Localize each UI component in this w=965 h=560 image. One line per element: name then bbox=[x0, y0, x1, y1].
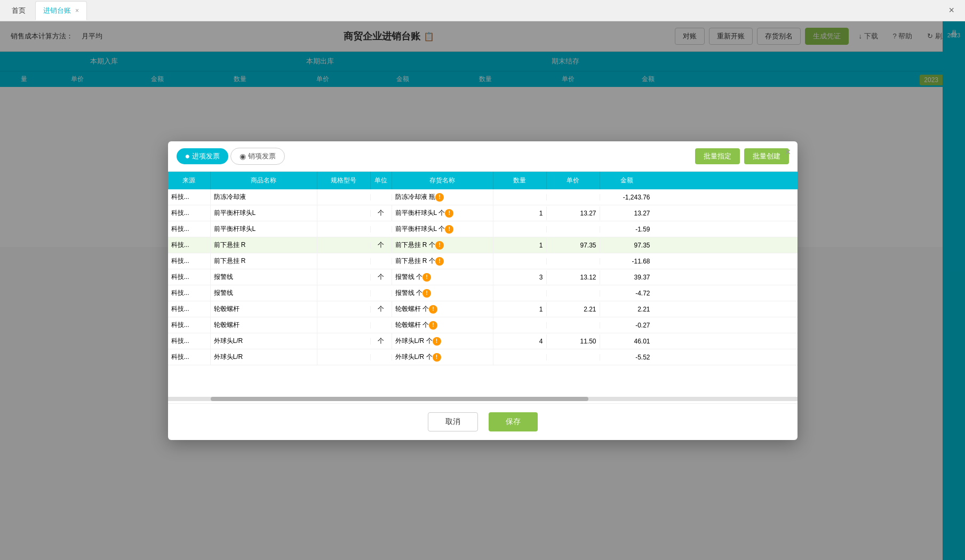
table-cell: -5.52 bbox=[600, 350, 653, 364]
table-cell: 轮毂螺杆 个! bbox=[392, 317, 493, 333]
save-button[interactable]: 保存 bbox=[489, 412, 538, 431]
warning-icon: ! bbox=[422, 273, 431, 282]
table-row[interactable]: 科技...外球头L/R外球头L/R 个!-5.52 bbox=[168, 349, 797, 365]
table-cell: 科技... bbox=[168, 253, 211, 269]
table-cell bbox=[371, 290, 392, 297]
table-cell: 13.27 bbox=[547, 206, 600, 220]
scrollbar-thumb[interactable] bbox=[211, 397, 588, 401]
table-cell bbox=[547, 290, 600, 297]
tab-active-label: 进销台账 bbox=[43, 6, 71, 15]
th-quantity: 数量 bbox=[493, 172, 547, 189]
table-cell: 科技... bbox=[168, 189, 211, 205]
cancel-button[interactable]: 取消 bbox=[428, 412, 478, 431]
table-cell: 4 bbox=[493, 334, 547, 348]
table-cell: 前下悬挂 R 个! bbox=[392, 237, 493, 253]
warning-icon: ! bbox=[429, 305, 437, 314]
th-source: 来源 bbox=[168, 172, 211, 189]
table-cell: 轮毂螺杆 bbox=[211, 301, 317, 317]
table-cell: 报警线 bbox=[211, 269, 317, 285]
table-cell bbox=[493, 226, 547, 233]
modal-footer: 取消 保存 bbox=[168, 403, 797, 440]
table-cell bbox=[371, 226, 392, 233]
table-cell: 2.21 bbox=[547, 302, 600, 316]
table-cell: -1.59 bbox=[600, 222, 653, 236]
modal-header-buttons: 批量指定 批量创建 bbox=[695, 148, 789, 164]
table-cell: 前下悬挂 R bbox=[211, 237, 317, 253]
table-cell: 科技... bbox=[168, 333, 211, 349]
th-stock-name: 存货名称 bbox=[392, 172, 493, 189]
modal-close-button[interactable]: × bbox=[785, 147, 791, 158]
table-row[interactable]: 科技...轮毂螺杆轮毂螺杆 个!-0.27 bbox=[168, 317, 797, 333]
table-row[interactable]: 科技...前平衡杆球头L前平衡杆球头L 个!-1.59 bbox=[168, 221, 797, 237]
table-cell bbox=[493, 322, 547, 329]
table-cell bbox=[547, 258, 600, 265]
table-cell bbox=[547, 322, 600, 329]
table-cell: 11.50 bbox=[547, 334, 600, 348]
th-price: 单价 bbox=[547, 172, 600, 189]
horizontal-scrollbar[interactable] bbox=[168, 397, 797, 401]
table-cell: 个 bbox=[371, 333, 392, 349]
table-row[interactable]: 科技...防冻冷却液防冻冷却液 瓶!-1,243.76 bbox=[168, 189, 797, 205]
warning-icon: ! bbox=[445, 225, 453, 234]
pizhi-zhiding-button[interactable]: 批量指定 bbox=[695, 148, 740, 164]
table-cell bbox=[371, 354, 392, 361]
top-bar: 首页 进销台账 × × bbox=[0, 0, 965, 21]
tab-close-icon[interactable]: × bbox=[75, 7, 79, 14]
table-cell: 13.12 bbox=[547, 270, 600, 284]
table-row[interactable]: 科技...报警线个报警线 个!313.1239.37 bbox=[168, 269, 797, 285]
table-cell bbox=[371, 322, 392, 329]
xiaoxiang-icon: ◉ bbox=[240, 152, 246, 161]
table-cell: 轮毂螺杆 bbox=[211, 317, 317, 333]
table-cell: 前下悬挂 R bbox=[211, 253, 317, 269]
warning-icon: ! bbox=[445, 209, 453, 218]
table-row[interactable]: 科技...报警线报警线 个!-4.72 bbox=[168, 285, 797, 301]
tab-jinxiang-fapiao[interactable]: ● 进项发票 bbox=[177, 148, 229, 164]
table-cell: 科技... bbox=[168, 221, 211, 237]
table-cell: 轮毂螺杆 个! bbox=[392, 301, 493, 317]
warning-icon: ! bbox=[433, 353, 441, 362]
table-cell: 科技... bbox=[168, 317, 211, 333]
table-row[interactable]: 科技...前平衡杆球头L个前平衡杆球头L 个!113.2713.27 bbox=[168, 205, 797, 221]
warning-icon: ! bbox=[429, 321, 437, 330]
table-cell: 97.35 bbox=[547, 238, 600, 252]
table-cell: 39.37 bbox=[600, 270, 653, 284]
table-row[interactable]: 科技...外球头L/R个外球头L/R 个!411.5046.01 bbox=[168, 333, 797, 349]
table-row[interactable]: 科技...前下悬挂 R前下悬挂 R 个!-11.68 bbox=[168, 253, 797, 269]
window-close-button[interactable]: × bbox=[942, 5, 961, 16]
table-cell: 科技... bbox=[168, 349, 211, 365]
tab-xiaoxiang-label: 销项发票 bbox=[248, 151, 276, 161]
table-cell bbox=[317, 258, 371, 265]
table-cell: 科技... bbox=[168, 301, 211, 317]
table-cell: -0.27 bbox=[600, 318, 653, 332]
table-cell: 个 bbox=[371, 237, 392, 253]
table-cell: 前平衡杆球头L 个! bbox=[392, 221, 493, 237]
tab-home[interactable]: 首页 bbox=[4, 2, 33, 20]
table-cell: 前下悬挂 R 个! bbox=[392, 253, 493, 269]
page-background: 销售成本计算方法： 月平均 商贸企业进销台账 📋 对账 重新开账 存货别名 生成… bbox=[0, 21, 965, 560]
modal-overlay: ● 进项发票 ◉ 销项发票 批量指定 批量创建 × 来源 商品名称 规格 bbox=[0, 21, 965, 560]
table-row[interactable]: 科技...前下悬挂 R个前下悬挂 R 个!197.3597.35 bbox=[168, 237, 797, 253]
table-cell: 1 bbox=[493, 238, 547, 252]
jinxiang-icon: ● bbox=[185, 151, 190, 161]
modal-table-header: 来源 商品名称 规格型号 单位 存货名称 数量 单价 金额 bbox=[168, 172, 797, 189]
table-row[interactable]: 科技...轮毂螺杆个轮毂螺杆 个!12.212.21 bbox=[168, 301, 797, 317]
table-cell: 防冻冷却液 瓶! bbox=[392, 189, 493, 205]
table-cell: 科技... bbox=[168, 285, 211, 301]
warning-icon: ! bbox=[435, 257, 444, 266]
table-cell bbox=[317, 210, 371, 217]
tab-xiaoxiang-fapiao[interactable]: ◉ 销项发票 bbox=[230, 148, 285, 165]
table-cell: 个 bbox=[371, 301, 392, 317]
tab-active[interactable]: 进销台账 × bbox=[35, 1, 87, 20]
warning-icon: ! bbox=[435, 241, 444, 250]
table-cell bbox=[493, 354, 547, 361]
warning-icon: ! bbox=[422, 289, 431, 298]
pizhi-chuangjian-button[interactable]: 批量创建 bbox=[744, 148, 789, 164]
table-cell: 外球头L/R bbox=[211, 349, 317, 365]
th-unit: 单位 bbox=[371, 172, 392, 189]
table-cell bbox=[317, 354, 371, 361]
table-cell bbox=[317, 274, 371, 281]
table-cell: 前平衡杆球头L 个! bbox=[392, 205, 493, 221]
table-cell: 97.35 bbox=[600, 238, 653, 252]
table-cell: 科技... bbox=[168, 237, 211, 253]
table-cell bbox=[371, 258, 392, 265]
